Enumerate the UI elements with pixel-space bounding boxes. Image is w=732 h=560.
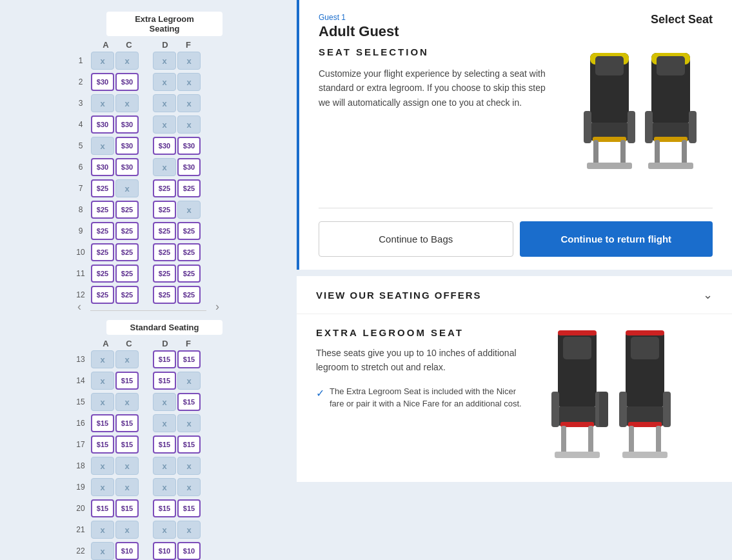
seat-row: 8$25$25$25x <box>71 200 226 219</box>
seat-row: 16$15$15xx <box>71 414 226 433</box>
svg-rect-18 <box>682 140 687 166</box>
seat[interactable]: $30 <box>91 158 114 176</box>
seat-row: 12$25$25$25$25 <box>71 285 226 305</box>
seat[interactable]: $15 <box>115 435 139 454</box>
seat[interactable]: $25 <box>91 179 114 197</box>
row-number: 16 <box>71 419 90 428</box>
seat[interactable]: $25 <box>153 179 176 197</box>
seat-row: 1xxxx <box>71 51 226 70</box>
seat[interactable]: $15 <box>115 499 139 517</box>
seat[interactable]: $15 <box>153 350 176 368</box>
extra-legroom-description: These seats give you up to 10 inches of … <box>316 346 532 375</box>
seat-row: 20$15$15$15$15 <box>71 499 226 518</box>
svg-rect-7 <box>593 140 598 166</box>
seat[interactable]: $25 <box>153 286 176 304</box>
seat[interactable]: $10 <box>177 542 201 560</box>
seat-row: 13xx$15$15 <box>71 350 226 369</box>
seat: x <box>115 94 139 112</box>
continue-bags-button[interactable]: Continue to Bags <box>319 221 513 257</box>
seat: x <box>153 457 176 475</box>
seat[interactable]: $15 <box>177 350 201 368</box>
seat[interactable]: $25 <box>91 201 114 219</box>
seat[interactable]: $25 <box>177 243 201 261</box>
seat-info: SEAT SELECTION Customize your flight exp… <box>319 46 558 195</box>
seat-row: 6$30$30x$30 <box>71 157 226 177</box>
seat[interactable]: $25 <box>153 243 176 261</box>
seat[interactable]: $15 <box>153 372 176 390</box>
offers-header[interactable]: VIEW OUR SEATING OFFERS ⌄ <box>297 276 732 314</box>
seat[interactable]: $25 <box>153 201 176 219</box>
seat[interactable]: $25 <box>177 286 201 304</box>
seat[interactable]: $30 <box>115 115 139 134</box>
svg-rect-2 <box>595 56 624 75</box>
seat: x <box>115 52 139 70</box>
standard-section-label: Standard Seating <box>106 320 223 335</box>
seat[interactable]: $15 <box>91 414 114 432</box>
seat-row: 11$25$25$25$25 <box>71 264 226 283</box>
seat[interactable]: $15 <box>177 499 201 517</box>
seat-row: 7$25x$25$25 <box>71 179 226 198</box>
seat[interactable]: $15 <box>177 393 201 411</box>
svg-rect-28 <box>588 426 593 455</box>
svg-rect-31 <box>626 330 664 335</box>
seat: x <box>177 52 201 70</box>
continue-return-button[interactable]: Continue to return flight <box>520 221 713 257</box>
seat: x <box>91 542 114 560</box>
offers-card: VIEW OUR SEATING OFFERS ⌄ EXTRA LEGROOM … <box>297 276 732 482</box>
seat: x <box>91 350 114 368</box>
seat-selection-card: Guest 1 Adult Guest Select Seat SEAT SEL… <box>297 0 732 270</box>
seat: x <box>177 73 201 91</box>
seat[interactable]: $25 <box>115 201 139 219</box>
seat: x <box>153 52 176 70</box>
seat[interactable]: $15 <box>115 414 139 432</box>
seat[interactable]: $25 <box>115 222 139 240</box>
seat: x <box>91 393 114 411</box>
seat: x <box>153 73 176 91</box>
seat[interactable]: $25 <box>177 179 201 197</box>
row-number: 2 <box>71 77 90 86</box>
seat[interactable]: $10 <box>115 542 139 560</box>
seat[interactable]: $25 <box>91 243 114 261</box>
card-body: SEAT SELECTION Customize your flight exp… <box>299 46 732 208</box>
seat[interactable]: $30 <box>115 137 139 155</box>
seat: x <box>91 457 114 475</box>
seat[interactable]: $25 <box>115 243 139 261</box>
seat[interactable]: $30 <box>177 137 201 155</box>
seat[interactable]: $25 <box>177 265 201 283</box>
seat[interactable]: $15 <box>153 499 176 517</box>
seat[interactable]: $25 <box>91 222 114 240</box>
row-number: 13 <box>71 355 90 364</box>
seat[interactable]: $25 <box>153 265 176 283</box>
svg-rect-29 <box>555 452 600 458</box>
std-col-header-d: D <box>153 339 177 348</box>
prev-arrow[interactable]: ‹ <box>77 300 81 314</box>
svg-rect-12 <box>657 56 685 75</box>
card-header: Guest 1 Adult Guest Select Seat <box>299 0 732 46</box>
seat[interactable]: $25 <box>177 222 201 240</box>
seat[interactable]: $25 <box>91 286 114 304</box>
seat-row: 22x$10$10$10 <box>71 541 226 560</box>
seat[interactable]: $15 <box>115 372 139 390</box>
seat[interactable]: $30 <box>177 158 201 176</box>
seat[interactable]: $30 <box>153 137 176 155</box>
row-number: 4 <box>71 120 90 129</box>
seat[interactable]: $15 <box>91 499 114 517</box>
col-header-a: A <box>94 40 117 50</box>
seat[interactable]: $30 <box>91 73 114 91</box>
seat[interactable]: $15 <box>91 435 114 454</box>
seat-selection-title: SEAT SELECTION <box>319 46 558 57</box>
seat[interactable]: $25 <box>153 222 176 240</box>
seat[interactable]: $30 <box>115 73 139 91</box>
seat[interactable]: $30 <box>91 115 114 134</box>
seat[interactable]: $10 <box>153 542 176 560</box>
seat[interactable]: $15 <box>177 435 201 454</box>
seat[interactable]: $25 <box>91 265 114 283</box>
seat[interactable]: $25 <box>115 265 139 283</box>
seat[interactable]: $30 <box>115 158 139 176</box>
svg-rect-6 <box>628 111 635 143</box>
extra-legroom-title: EXTRA LEGROOM SEAT <box>316 327 532 338</box>
row-number: 3 <box>71 99 90 108</box>
seat[interactable]: $15 <box>153 435 176 454</box>
seat[interactable]: $25 <box>115 286 139 304</box>
next-arrow[interactable]: › <box>215 300 219 314</box>
